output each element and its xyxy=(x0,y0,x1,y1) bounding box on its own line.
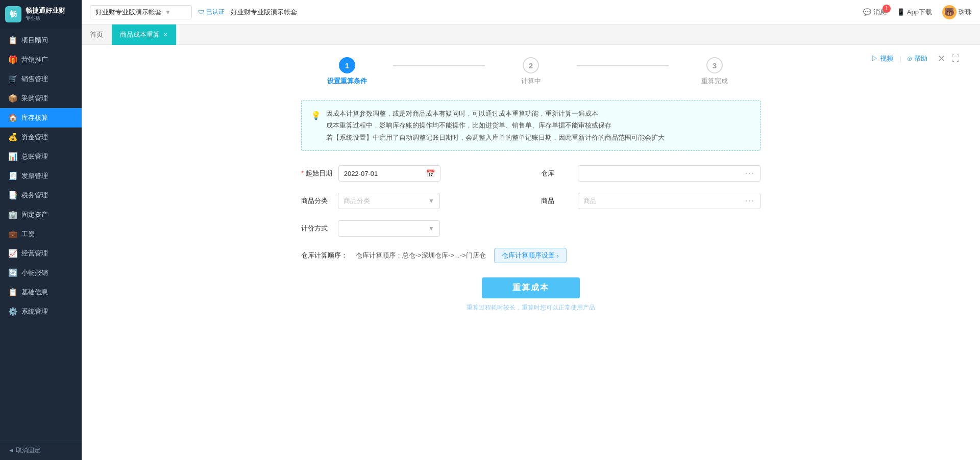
content-toolbar: ▷ 视频 | ⊙ 帮助 ✕ ⛶ xyxy=(871,53,960,64)
step-1-label: 设置重算条件 xyxy=(327,76,367,86)
video-link[interactable]: ▷ 视频 xyxy=(871,54,893,63)
inventory-icon: 🏠 xyxy=(8,113,17,122)
user-avatar[interactable]: 🐻 珠珠 xyxy=(942,5,972,19)
sidebar-item-label: 项目顾问 xyxy=(21,36,48,45)
tab-home-label: 首页 xyxy=(90,30,103,39)
sidebar-item-expense[interactable]: 🔄小畅报销 xyxy=(0,263,82,283)
sidebar-item-label: 采购管理 xyxy=(21,94,48,103)
expense-icon: 🔄 xyxy=(8,268,17,277)
start-date-value: 2022-07-01 xyxy=(344,170,378,177)
goods-field: 商品 商品 ··· xyxy=(541,193,761,209)
sidebar-item-label: 总账管理 xyxy=(21,152,48,161)
sidebar-item-finance[interactable]: 💰资金管理 xyxy=(0,127,82,147)
tab-home[interactable]: 首页 xyxy=(82,24,112,45)
warehouse-field: 仓库 ··· xyxy=(541,165,761,182)
dropdown-arrow-icon: ▼ xyxy=(428,197,434,205)
help-link[interactable]: ⊙ 帮助 xyxy=(907,54,927,63)
app-title: 畅捷通好业财 xyxy=(26,7,65,15)
sidebar-item-system[interactable]: ⚙️系统管理 xyxy=(0,302,82,321)
tax-icon: 📑 xyxy=(8,191,17,200)
business-icon: 📈 xyxy=(8,249,17,258)
warehouse-input[interactable]: ··· xyxy=(578,165,761,182)
sidebar-item-label: 固定资产 xyxy=(21,210,48,219)
company-name: 好业财专业版演示帐套 xyxy=(231,8,297,17)
sidebar-item-business[interactable]: 📈经营管理 xyxy=(0,244,82,263)
sidebar-item-basic[interactable]: 📋基础信息 xyxy=(0,283,82,302)
compute-order-row: 仓库计算顺序： 仓库计算顺序：总仓->深圳仓库->...->门店仓 仓库计算顺序… xyxy=(301,248,761,263)
sidebar-item-project[interactable]: 📋项目顾问 xyxy=(0,31,82,50)
submit-btn[interactable]: 重算成本 xyxy=(482,277,580,298)
sidebar-item-label: 系统管理 xyxy=(21,307,48,316)
sidebar-nav: 📋项目顾问🎁营销推广🛒销售管理📦采购管理🏠库存核算💰资金管理📊总账管理🧾发票管理… xyxy=(0,29,82,441)
start-date-input[interactable]: 2022-07-01 📅 xyxy=(338,165,440,182)
goods-dots-icon: ··· xyxy=(745,196,755,206)
tab-recalc-label: 商品成本重算 xyxy=(120,30,160,39)
app-logo: 畅 xyxy=(5,6,21,22)
category-field: 商品分类 商品分类 ▼ xyxy=(301,193,521,209)
warehouse-label: 仓库 xyxy=(541,169,572,178)
close-panel-icon[interactable]: ✕ xyxy=(938,53,945,64)
invoice-icon: 🧾 xyxy=(8,171,17,181)
purchase-icon: 📦 xyxy=(8,94,17,103)
sidebar-item-label: 基础信息 xyxy=(21,288,48,297)
play-icon: ▷ xyxy=(871,55,878,62)
accounting-icon: 📊 xyxy=(8,152,17,161)
sidebar-item-label: 工资 xyxy=(21,229,35,239)
sidebar-item-invoice[interactable]: 🧾发票管理 xyxy=(0,166,82,186)
step-3: 3 重算完成 xyxy=(669,57,761,86)
step-2: 2 计算中 xyxy=(485,57,577,86)
app-download-btn[interactable]: 📱 App下载 xyxy=(897,8,932,17)
sales-icon: 🛒 xyxy=(8,74,17,84)
category-placeholder: 商品分类 xyxy=(344,196,370,206)
expand-icon[interactable]: ⛶ xyxy=(951,54,960,63)
shield-icon: 🛡 xyxy=(198,9,204,16)
compute-order-btn[interactable]: 仓库计算顺序设置 › xyxy=(494,248,567,263)
main-area: 好业财专业版演示帐套 ▼ 🛡 已认证 好业财专业版演示帐套 💬 消息 1 📱 A… xyxy=(82,0,980,460)
goods-input[interactable]: 商品 ··· xyxy=(578,193,761,209)
finance-icon: 💰 xyxy=(8,133,17,142)
fixed_assets-icon: 🏢 xyxy=(8,210,17,219)
price-method-field: 计价方式 ▼ xyxy=(301,220,521,237)
form-row-1: 起始日期 2022-07-01 📅 仓库 ··· xyxy=(301,165,761,182)
sidebar-item-tax[interactable]: 📑税务管理 xyxy=(0,186,82,205)
form-row-3: 计价方式 ▼ xyxy=(301,220,761,237)
calendar-icon: 📅 xyxy=(426,169,435,177)
sidebar-item-label: 小畅报销 xyxy=(21,268,48,277)
account-name: 好业财专业版演示帐套 xyxy=(95,8,162,17)
sidebar-item-inventory[interactable]: 🏠库存核算 xyxy=(0,108,82,127)
sidebar-item-salary[interactable]: 💼工资 xyxy=(0,224,82,244)
tab-recalc[interactable]: 商品成本重算 ✕ xyxy=(112,24,177,45)
message-btn[interactable]: 💬 消息 1 xyxy=(863,8,887,17)
chevron-down-icon: ▼ xyxy=(165,9,171,16)
price-method-input[interactable]: ▼ xyxy=(338,220,440,237)
marketing-icon: 🎁 xyxy=(8,55,17,64)
category-input[interactable]: 商品分类 ▼ xyxy=(338,193,440,209)
sidebar-item-label: 销售管理 xyxy=(21,74,48,84)
message-badge: 1 xyxy=(883,5,891,13)
account-selector[interactable]: 好业财专业版演示帐套 ▼ xyxy=(90,5,192,19)
app-subtitle: 专业版 xyxy=(26,15,65,22)
form-row-2: 商品分类 商品分类 ▼ 商品 商品 ··· xyxy=(301,193,761,209)
goods-label: 商品 xyxy=(541,196,572,206)
project-icon: 📋 xyxy=(8,36,17,45)
sidebar-item-label: 经营管理 xyxy=(21,249,48,258)
message-icon: 💬 xyxy=(863,8,871,16)
sidebar-item-accounting[interactable]: 📊总账管理 xyxy=(0,147,82,166)
sidebar-item-marketing[interactable]: 🎁营销推广 xyxy=(0,50,82,69)
step-line-2 xyxy=(577,65,669,66)
bulb-icon: 💡 xyxy=(311,109,321,143)
start-date-label: 起始日期 xyxy=(301,169,332,178)
steps-bar: 1 设置重算条件 2 计算中 3 重算完成 xyxy=(301,57,761,86)
verified-badge: 🛡 已认证 xyxy=(198,8,225,16)
sidebar-item-fixed_assets[interactable]: 🏢固定资产 xyxy=(0,205,82,224)
phone-icon: 📱 xyxy=(897,8,905,16)
sidebar-unpin[interactable]: ◄ 取消固定 xyxy=(0,441,82,460)
sidebar-item-sales[interactable]: 🛒销售管理 xyxy=(0,69,82,89)
form-section: 起始日期 2022-07-01 📅 仓库 ··· 商品分 xyxy=(301,165,761,312)
sidebar-item-purchase[interactable]: 📦采购管理 xyxy=(0,89,82,108)
compute-order-value: 仓库计算顺序：总仓->深圳仓库->...->门店仓 xyxy=(356,251,486,260)
tab-close-icon[interactable]: ✕ xyxy=(163,31,168,38)
step-2-circle: 2 xyxy=(523,57,539,73)
compute-order-label: 仓库计算顺序： xyxy=(301,251,348,260)
topbar: 好业财专业版演示帐套 ▼ 🛡 已认证 好业财专业版演示帐套 💬 消息 1 📱 A… xyxy=(82,0,980,24)
